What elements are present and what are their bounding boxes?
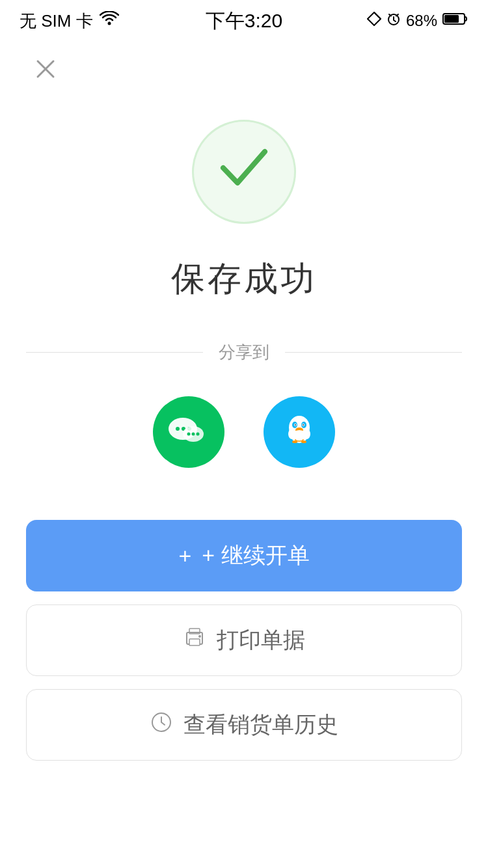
status-left: 无 SIM 卡 <box>20 10 119 33</box>
battery-icon <box>442 12 468 30</box>
share-label: 分享到 <box>203 341 285 364</box>
svg-point-13 <box>197 433 200 436</box>
divider-right <box>285 352 462 353</box>
wifi-icon <box>100 11 119 31</box>
sim-status: 无 SIM 卡 <box>20 10 93 33</box>
svg-point-11 <box>187 433 191 436</box>
divider-left <box>26 352 203 353</box>
wechat-icon <box>167 412 210 452</box>
svg-point-12 <box>192 433 195 436</box>
share-section: 分享到 <box>0 341 488 364</box>
continue-button[interactable]: + + 继续开单 <box>26 520 462 591</box>
svg-rect-3 <box>444 15 459 23</box>
print-label: 打印单据 <box>217 625 305 655</box>
svg-point-20 <box>303 424 304 426</box>
qq-icon <box>280 412 318 452</box>
success-icon-circle <box>192 120 296 224</box>
battery-percent: 68% <box>406 12 437 30</box>
close-button[interactable] <box>26 52 65 91</box>
main-content: 保存成功 分享到 <box>0 42 488 761</box>
alarm-icon <box>386 12 401 30</box>
svg-point-19 <box>295 424 296 426</box>
actions: + + 继续开单 打印单据 查看销货单历史 <box>0 520 488 761</box>
status-time: 下午3:20 <box>206 8 282 34</box>
history-label: 查看销货单历史 <box>183 710 338 740</box>
close-icon <box>33 56 59 88</box>
history-icon <box>150 711 173 739</box>
status-bar: 无 SIM 卡 下午3:20 <box>0 0 488 42</box>
checkmark-icon <box>218 145 270 199</box>
wechat-share-button[interactable] <box>153 396 224 468</box>
qq-share-button[interactable] <box>264 396 335 468</box>
svg-rect-28 <box>189 639 200 645</box>
plus-icon: + <box>178 543 191 569</box>
svg-point-30 <box>198 635 201 638</box>
svg-point-26 <box>301 441 306 443</box>
svg-point-25 <box>292 441 297 443</box>
print-button[interactable]: 打印单据 <box>26 604 462 676</box>
history-button[interactable]: 查看销货单历史 <box>26 689 462 761</box>
svg-point-7 <box>176 427 180 431</box>
continue-label: + 继续开单 <box>202 541 309 571</box>
print-icon <box>183 626 206 655</box>
status-right: 68% <box>367 12 468 30</box>
share-icons <box>153 396 335 468</box>
svg-point-0 <box>107 21 111 25</box>
success-title: 保存成功 <box>171 256 317 302</box>
location-icon <box>367 12 381 30</box>
